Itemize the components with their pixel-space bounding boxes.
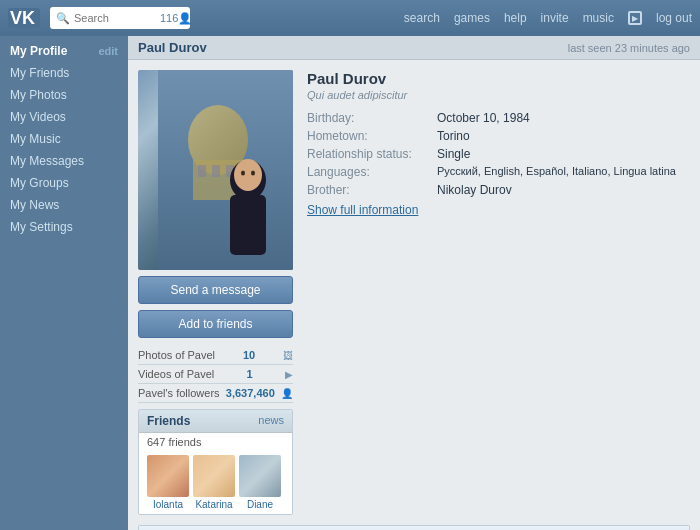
followers-stat: Pavel's followers 3,637,460 👤 xyxy=(138,384,293,403)
friend-item[interactable]: Iolanta xyxy=(147,455,189,510)
sidebar-edit-link[interactable]: edit xyxy=(98,45,118,57)
profile-right: Paul Durov Qui audet adipiscitur Birthda… xyxy=(303,70,690,515)
videos-icon: ▶ xyxy=(285,369,293,380)
profile-header-bar: Paul Durov last seen 23 minutes ago xyxy=(128,36,700,60)
profile-name-bar: Paul Durov xyxy=(138,40,207,55)
friend-name: Diane xyxy=(239,499,281,510)
profile-section: Send a message Add to friends Photos of … xyxy=(128,60,700,525)
svg-text:VK: VK xyxy=(10,9,35,27)
svg-point-11 xyxy=(251,171,255,176)
last-seen: last seen 23 minutes ago xyxy=(568,42,690,54)
person-name: Paul Durov xyxy=(307,70,686,87)
svg-point-9 xyxy=(234,159,262,191)
svg-rect-8 xyxy=(230,195,266,255)
info-birthday: Birthday: October 10, 1984 xyxy=(307,111,686,125)
friend-avatar xyxy=(193,455,235,497)
followers-icon: 👤 xyxy=(281,388,293,399)
info-brother: Brother: Nikolay Durov xyxy=(307,183,686,197)
info-languages: Languages: Русский, English, Español, It… xyxy=(307,165,686,179)
nav-games[interactable]: games xyxy=(454,11,490,25)
sidebar-item-news[interactable]: My News xyxy=(0,194,128,216)
videos-stat: Videos of Pavel 1 ▶ xyxy=(138,365,293,384)
sidebar-item-profile[interactable]: My Profile edit xyxy=(0,40,128,62)
friend-name: Katarina xyxy=(193,499,235,510)
profile-left: Send a message Add to friends Photos of … xyxy=(138,70,293,515)
sidebar-item-friends[interactable]: My Friends xyxy=(0,62,128,84)
svg-rect-5 xyxy=(212,165,220,177)
nav-help[interactable]: help xyxy=(504,11,527,25)
friends-count: 647 friends xyxy=(139,433,292,451)
friends-box: Friends news 647 friends Iolanta Katarin… xyxy=(138,409,293,515)
sidebar-item-videos[interactable]: My Videos xyxy=(0,106,128,128)
friend-item[interactable]: Diane xyxy=(239,455,281,510)
content-area: Paul Durov last seen 23 minutes ago xyxy=(128,36,700,530)
nav-logout[interactable]: log out xyxy=(656,11,692,25)
info-relationship: Relationship status: Single xyxy=(307,147,686,161)
sidebar: My Profile edit My Friends My Photos My … xyxy=(0,36,128,530)
profile-photo xyxy=(138,70,293,270)
friends-title: Friends xyxy=(147,414,190,428)
search-box: 🔍 116 👤 xyxy=(50,7,190,29)
sidebar-item-music[interactable]: My Music xyxy=(0,128,128,150)
show-full-info-link[interactable]: Show full information xyxy=(307,203,686,217)
friends-header: Friends news xyxy=(139,410,292,433)
search-icon: 🔍 xyxy=(56,12,70,25)
sidebar-item-settings[interactable]: My Settings xyxy=(0,216,128,238)
friend-name: Iolanta xyxy=(147,499,189,510)
friend-avatar xyxy=(239,455,281,497)
friends-photos: Iolanta Katarina Diane xyxy=(139,451,292,514)
sidebar-item-groups[interactable]: My Groups xyxy=(0,172,128,194)
svg-rect-4 xyxy=(198,165,206,177)
sidebar-item-messages[interactable]: My Messages xyxy=(0,150,128,172)
photos-section: 77 photos see all xyxy=(138,525,690,530)
photos-icon: 🖼 xyxy=(283,350,293,361)
nav-invite[interactable]: invite xyxy=(541,11,569,25)
search-count: 116 xyxy=(160,12,178,24)
friend-avatar xyxy=(147,455,189,497)
photos-header: 77 photos see all xyxy=(139,526,689,530)
nav-search[interactable]: search xyxy=(404,11,440,25)
send-message-button[interactable]: Send a message xyxy=(138,276,293,304)
info-hometown: Hometown: Torino xyxy=(307,129,686,143)
svg-point-10 xyxy=(241,171,245,176)
photos-stat: Photos of Pavel 10 🖼 xyxy=(138,346,293,365)
friends-news-link[interactable]: news xyxy=(258,414,284,428)
friend-item[interactable]: Katarina xyxy=(193,455,235,510)
sidebar-item-photos[interactable]: My Photos xyxy=(0,84,128,106)
play-icon[interactable]: ▶ xyxy=(628,11,642,25)
add-friends-button[interactable]: Add to friends xyxy=(138,310,293,338)
person-tagline: Qui audet adipiscitur xyxy=(307,89,686,101)
nav-music[interactable]: music xyxy=(583,11,614,25)
user-icon: 👤 xyxy=(178,12,192,25)
search-input[interactable] xyxy=(74,12,154,24)
vk-logo: VK xyxy=(8,8,40,28)
header-nav: search games help invite music ▶ log out xyxy=(404,11,692,25)
